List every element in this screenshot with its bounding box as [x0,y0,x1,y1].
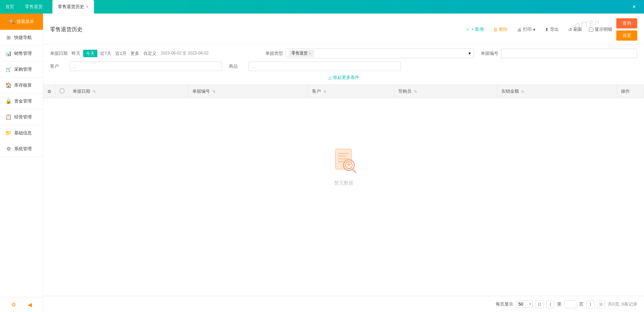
page-unit: 页 [579,301,583,307]
sidebar-item-system-mgmt[interactable]: ⚙ 系统管理 [0,141,43,157]
plus-icon: ＋ [466,26,470,32]
sidebar-search[interactable]: 🔍 搜索菜单 [0,14,43,30]
date-range-display: 2023-06-02 至 2023-06-02 [161,50,208,56]
sidebar-collapse-button[interactable]: ◀ [28,302,32,308]
tab-close-retail-return[interactable]: × [45,4,47,9]
nav-icon-quick-nav: ⊞ [5,35,11,41]
new-button[interactable]: ＋ + 新增 [463,25,486,34]
th-checkbox[interactable] [56,85,69,98]
nav-icon-operations: 📋 [5,114,11,120]
next-page-button[interactable]: ⟩ [586,300,594,308]
sidebar-settings-button[interactable]: ⚙ [11,302,16,308]
customer-filter-input[interactable] [70,62,222,71]
svg-rect-2 [338,156,346,157]
sidebar-item-sales-mgmt[interactable]: 📊 销售管理 [0,46,43,62]
date-option-yesterday[interactable]: 昨天 [70,50,82,57]
settings-button[interactable]: 设置 [616,30,637,41]
date-option-today[interactable]: 今天 [83,50,97,57]
select-all-checkbox[interactable] [60,89,64,93]
th-gear[interactable]: ⚙ [43,85,56,98]
th-guide[interactable]: 导购员 ⇅ [394,85,497,98]
sidebar-item-operations[interactable]: 📋 经营管理 [0,109,43,125]
sidebar-item-inventory[interactable]: 🏠 库存核算 [0,77,43,93]
search-icon: 🔍 [9,19,15,24]
type-tag-close[interactable]: × [309,51,311,55]
tab-retail-return[interactable]: 零售退货× [20,0,52,14]
type-tag-container[interactable]: 零售退货 × ▾ [286,48,474,58]
goods-filter-input[interactable] [248,62,401,71]
refresh-icon: ↺ [568,27,572,32]
date-sort-icon: ⇅ [93,90,96,93]
date-option-last7[interactable]: 近7天 [99,50,113,57]
filter-area: 单据日期 昨天 今天 近7天 近1月 更多 自定义 2023-06-02 至 2… [43,44,644,85]
gear-icon: ⚙ [47,89,51,94]
first-page-button[interactable]: ⟨⟨ [535,300,544,308]
page-size-label: 每页显示 [496,301,513,307]
th-guide-label: 导购员 [398,89,411,94]
tab-retail-return-history[interactable]: 零售退货历史× [52,0,94,14]
customer-filter-label: 客户 [50,63,67,69]
tab-label-retail-return-history: 零售退货历史 [58,4,84,10]
date-filter: 单据日期 昨天 今天 近7天 近1月 更多 自定义 2023-06-02 至 2… [50,50,259,57]
svg-line-7 [353,169,356,173]
nav-icon-inventory: 🏠 [5,82,11,88]
delete-icon: 🗑 [493,27,498,32]
top-bar-right: × [629,3,644,10]
sidebar-search-label: 搜索菜单 [17,19,34,25]
date-option-custom[interactable]: 自定义 [142,50,158,57]
th-date[interactable]: 单据日期 ⇅ [69,85,188,98]
svg-rect-3 [338,158,348,159]
sidebar-item-finance[interactable]: 🔒 资金管理 [0,93,43,109]
sidebar-item-purchase-mgmt[interactable]: 🛒 采购管理 [0,62,43,77]
action-buttons: 查询 设置 [616,18,637,41]
type-tag-text: 零售退货 [291,50,308,56]
number-filter-input[interactable] [501,49,637,58]
show-detail-checkbox[interactable] [589,27,593,32]
query-button[interactable]: 查询 [616,18,637,28]
number-filter: 单据编号 [481,49,637,58]
show-detail-checkbox-label[interactable]: 显示明细 [589,26,612,32]
date-options: 昨天 今天 近7天 近1月 更多 自定义 2023-06-02 至 2023-0… [70,50,209,57]
export-icon: ⬆ [545,27,549,32]
nav-label-system-mgmt: 系统管理 [14,146,32,152]
export-button[interactable]: ⬆ 导出 [542,25,562,34]
tab-home[interactable]: 首页 [0,0,20,14]
guide-sort-icon: ⇅ [414,90,417,93]
tab-bar: 首页零售退货×零售退货历史× [0,0,629,14]
th-customer-label: 客户 [312,89,321,94]
nav-icon-sales-mgmt: 📊 [5,50,11,57]
delete-button[interactable]: 🗑 删除 [491,25,510,34]
refresh-button[interactable]: ↺ 刷新 [566,25,585,34]
date-option-more[interactable]: 更多 [129,50,141,57]
nav-label-basic-info: 基础信息 [14,130,32,136]
print-dropdown-icon: ▾ [533,27,535,32]
print-button[interactable]: 🖨 打印 ▾ [515,25,538,34]
empty-text: 暂无数据 [334,180,353,186]
page-number-input[interactable]: 1 [564,300,576,308]
collapse-container: △ 收起更多条件 [50,74,637,81]
goods-filter-label: 商品 [229,63,246,69]
number-sort-icon: ⇅ [213,90,215,93]
sidebar-item-quick-nav[interactable]: ⊞ 快捷导航 [0,30,43,46]
nav-label-finance: 资金管理 [14,98,32,104]
window-close-button[interactable]: × [629,3,639,10]
table-area: ⚙ 单据日期 ⇅ 单据编号 ⇅ [43,85,644,296]
date-option-last-month[interactable]: 近1月 [114,50,128,57]
th-customer[interactable]: 客户 ⇅ [308,85,394,98]
th-amount[interactable]: 实销金额 ⇅ [497,85,617,98]
filter-row-1: 单据日期 昨天 今天 近7天 近1月 更多 自定义 2023-06-02 至 2… [50,48,637,58]
goods-filter: 商品 [229,62,401,71]
collapse-button[interactable]: △ 收起更多条件 [50,74,637,81]
prev-page-button[interactable]: ⟨ [546,300,554,308]
sidebar-item-basic-info[interactable]: 📁 基础信息 [0,125,43,141]
tab-label-retail-return: 零售退货 [25,4,43,10]
page-total: 共0页, 0条记录 [608,301,637,307]
customer-sort-icon: ⇅ [324,90,326,93]
last-page-button[interactable]: ⟩⟩ [597,300,605,308]
page-size-select[interactable]: 50 10 20 100 [516,300,533,308]
th-action-label: 操作 [621,89,630,94]
th-number[interactable]: 单据编号 ⇅ [188,85,308,98]
type-filter-label: 单据类型 [265,50,283,57]
tab-close-retail-return-history[interactable]: × [86,4,89,9]
svg-rect-1 [338,153,348,154]
